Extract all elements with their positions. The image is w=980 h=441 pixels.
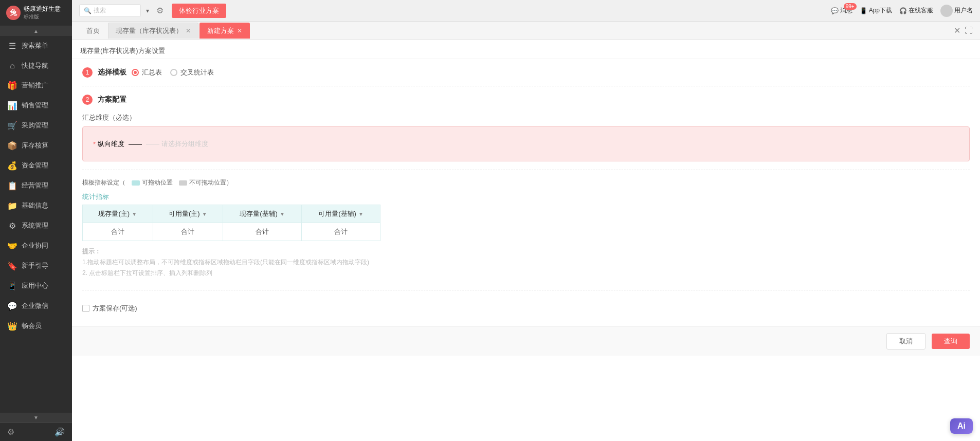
col4-dropdown[interactable]: 可用量(基辅) ▼ <box>318 209 364 218</box>
sidebar-item-system[interactable]: ⚙ 系统管理 <box>0 216 72 236</box>
app-name: 畅康通好生意 <box>24 5 61 13</box>
col1-dropdown[interactable]: 现存量(主) ▼ <box>98 209 137 218</box>
template-options: 汇总表 交叉统计表 <box>132 68 214 77</box>
fixed-box <box>179 180 187 186</box>
tab-new-plan-close[interactable]: ✕ <box>237 27 242 34</box>
col4-label: 可用量(基辅) <box>318 209 356 218</box>
sidebar-item-new-guide[interactable]: 🔖 新手引导 <box>0 256 72 276</box>
col3-dropdown[interactable]: 现存量(基辅) ▼ <box>240 209 285 218</box>
legend-draggable-label: 可拖动位置 <box>142 178 173 187</box>
col2-header[interactable]: 可用量(主) ▼ <box>153 205 223 223</box>
sidebar: 兔 畅康通好生意 标准版 ▲ ☰ 搜索菜单 ⌂ 快捷导航 🎁 营销推广 📊 销售… <box>0 0 72 441</box>
sidebar-item-purchase[interactable]: 🛒 采购管理 <box>0 116 72 136</box>
sidebar-item-inventory[interactable]: 📦 库存核算 <box>0 136 72 156</box>
sidebar-scroll-down[interactable]: ▼ <box>0 413 72 422</box>
settings-icon[interactable]: ⚙ <box>7 427 14 437</box>
finance-icon: 💰 <box>7 161 17 171</box>
col4-chevron: ▼ <box>358 211 364 217</box>
step1-row: 1 选择模板 汇总表 交叉统计表 <box>82 67 970 78</box>
sidebar-bottom: ⚙ 🔊 <box>0 422 72 441</box>
cancel-button[interactable]: 取消 <box>886 333 925 350</box>
legend-draggable: 可拖动位置 <box>132 178 173 187</box>
radio-summary[interactable]: 汇总表 <box>132 68 162 77</box>
topbar-app[interactable]: 📱 App下载 <box>860 6 892 15</box>
col2-chevron: ▼ <box>202 211 207 217</box>
service-label: 在线客服 <box>909 6 933 15</box>
topbar-user[interactable]: 用户名 <box>940 5 973 17</box>
step1-title: 选择模板 <box>98 68 126 77</box>
col1-label: 现存量(主) <box>98 209 130 218</box>
col1-chevron: ▼ <box>132 211 137 217</box>
tab-inventory-status[interactable]: 现存量（库存状况表） ✕ <box>108 23 198 39</box>
msg-badge: 99+ <box>844 3 857 10</box>
topbar-dropdown[interactable]: ▾ <box>146 7 149 14</box>
speaker-icon[interactable]: 🔊 <box>55 427 65 437</box>
ai-badge[interactable]: Ai <box>950 418 973 434</box>
topbar-gear-icon[interactable]: ⚙ <box>156 6 164 15</box>
sidebar-item-sales[interactable]: 📊 销售管理 <box>0 96 72 116</box>
indicator-settings-row: 模板指标设定（ 可拖动位置 不可拖动位置） <box>82 178 970 187</box>
sidebar-item-member[interactable]: 👑 畅会员 <box>0 316 72 336</box>
dim-placeholder[interactable]: —— 请选择分组维度 <box>146 139 208 149</box>
tabs-bar: 首页 现存量（库存状况表） ✕ 新建方案 ✕ ✕ ⛶ <box>72 22 980 40</box>
tab-home[interactable]: 首页 <box>79 23 107 39</box>
sidebar-item-label-system: 系统管理 <box>22 221 48 230</box>
sidebar-item-finance[interactable]: 💰 资金管理 <box>0 156 72 176</box>
col4-sub: 合计 <box>301 223 380 241</box>
topbar-search[interactable]: 🔍 搜索 <box>79 4 141 17</box>
col2-label: 可用量(主) <box>169 209 200 218</box>
save-option-label: 方案保存(可选) <box>93 304 137 313</box>
sidebar-item-base-info[interactable]: 📁 基础信息 <box>0 196 72 216</box>
stats-table-wrapper: 统计指标 现存量(主) ▼ 可用量 <box>82 192 970 241</box>
app-download-label: App下载 <box>869 6 892 15</box>
user-label: 用户名 <box>954 6 973 15</box>
sidebar-item-enterprise[interactable]: 🤝 企业协同 <box>0 236 72 256</box>
sidebar-item-search-menu[interactable]: ☰ 搜索菜单 <box>0 36 72 56</box>
divider3 <box>82 290 970 290</box>
save-checkbox[interactable] <box>82 305 89 312</box>
radio-summary-dot <box>132 69 139 76</box>
purchase-icon: 🛒 <box>7 121 17 131</box>
sales-icon: 📊 <box>7 101 17 111</box>
col3-header[interactable]: 现存量(基辅) ▼ <box>223 205 302 223</box>
panel-close-icon[interactable]: ✕ <box>954 26 960 35</box>
service-icon: 🎧 <box>899 7 907 14</box>
topbar-msg[interactable]: 💬 消息 99+ <box>831 6 852 15</box>
app-center-icon: 📱 <box>7 281 17 291</box>
sidebar-scroll-up[interactable]: ▲ <box>0 26 72 36</box>
search-placeholder: 搜索 <box>94 6 106 15</box>
trial-btn[interactable]: 体验行业方案 <box>172 4 226 18</box>
table-row: 合计 合计 合计 合计 <box>83 223 380 241</box>
sidebar-item-app-center[interactable]: 📱 应用中心 <box>0 276 72 296</box>
hint-line1: 1.拖动标题栏可以调整布局，不可跨维度或指标区域拖动栏目字段(只能在同一维度或指… <box>82 258 970 267</box>
sidebar-item-label-sales: 销售管理 <box>22 101 48 110</box>
new-plan-tab-label: 新建方案 <box>207 26 234 35</box>
indicator-label: 模板指标设定（ <box>82 178 125 187</box>
tab-inventory-status-close[interactable]: ✕ <box>186 27 191 34</box>
sidebar-item-operation[interactable]: 📋 经营管理 <box>0 176 72 196</box>
col4-header[interactable]: 可用量(基辅) ▼ <box>301 205 380 223</box>
quick-nav-icon: ⌂ <box>7 61 17 70</box>
sidebar-item-marketing[interactable]: 🎁 营销推广 <box>0 76 72 96</box>
sidebar-logo: 兔 畅康通好生意 标准版 <box>0 0 72 26</box>
sidebar-item-wechat[interactable]: 💬 企业微信 <box>0 296 72 316</box>
radio-cross[interactable]: 交叉统计表 <box>170 68 214 77</box>
col2-dropdown[interactable]: 可用量(主) ▼ <box>169 209 207 218</box>
dim-separator: —— <box>129 140 142 148</box>
required-star: * <box>93 140 96 148</box>
panel-expand-icon[interactable]: ⛶ <box>965 26 973 35</box>
col3-chevron: ▼ <box>280 211 285 217</box>
tab-new-plan[interactable]: 新建方案 ✕ <box>199 23 250 39</box>
new-guide-icon: 🔖 <box>7 261 17 271</box>
sidebar-item-quick-nav[interactable]: ⌂ 快捷导航 <box>0 56 72 76</box>
aggregate-dim-label: 汇总维度（必选） <box>82 113 970 122</box>
divider1 <box>82 86 970 86</box>
topbar-service[interactable]: 🎧 在线客服 <box>899 6 933 15</box>
col1-header[interactable]: 现存量(主) ▼ <box>83 205 153 223</box>
sidebar-item-label-inventory: 库存核算 <box>22 141 48 150</box>
inventory-icon: 📦 <box>7 141 17 151</box>
query-button[interactable]: 查询 <box>932 334 970 349</box>
stats-table: 现存量(主) ▼ 可用量(主) ▼ <box>82 205 380 241</box>
user-avatar <box>940 5 953 17</box>
footer: 取消 查询 <box>72 326 980 356</box>
